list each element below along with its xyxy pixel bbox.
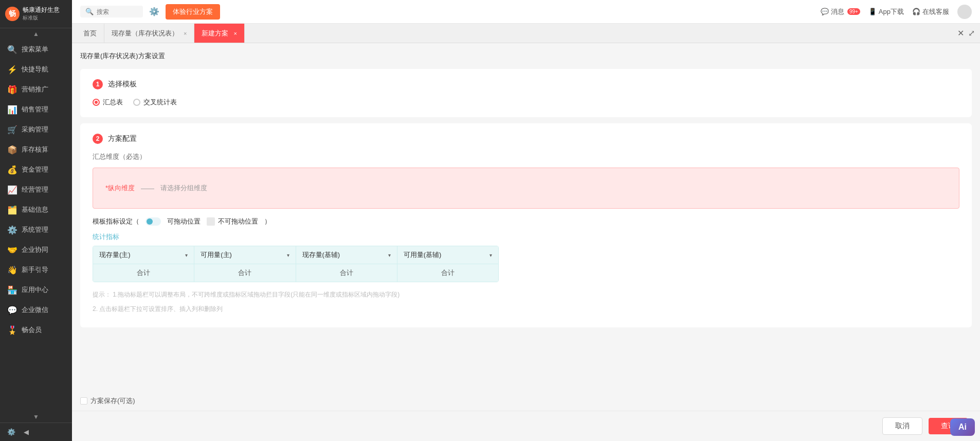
save-checkbox[interactable]: 方案保存(可选) <box>80 396 135 406</box>
sidebar-item-search[interactable]: 🔍 搜索菜单 <box>0 40 72 60</box>
messages-badge: 99+ <box>847 8 860 15</box>
search-input[interactable] <box>97 8 138 15</box>
sidebar-item-appcenter[interactable]: 🏪 应用中心 <box>0 280 72 300</box>
sidebar-item-sales[interactable]: 📊 销售管理 <box>0 100 72 120</box>
sidebar-item-inventory[interactable]: 📦 库存核算 <box>0 140 72 160</box>
indicator-setting-prefix: 模板指标设定（ <box>93 217 139 226</box>
stats-col-header-3[interactable]: 可用量(基辅) ▾ <box>397 246 498 264</box>
tab-inventory[interactable]: 现存量（库存状况表） × <box>104 24 194 43</box>
sidebar-item-basic-info[interactable]: 🗂️ 基础信息 <box>0 200 72 220</box>
online-service-btn[interactable]: 🎧 在线客服 <box>912 7 949 16</box>
settings-icon[interactable]: ⚙️ <box>7 428 15 436</box>
sidebar-logo: 畅 畅康通好生意 标准版 <box>0 0 72 28</box>
stats-col-header-1[interactable]: 可用量(主) ▾ <box>194 246 295 264</box>
stats-label: 统计指标 <box>93 232 959 242</box>
sidebar-item-label: 资金管理 <box>22 165 48 174</box>
content-footer: 方案保存(可选) <box>72 391 980 411</box>
radio-cross[interactable]: 交叉统计表 <box>133 98 177 107</box>
sidebar-item-operations[interactable]: 📈 经营管理 <box>0 180 72 200</box>
col1-chevron-icon: ▾ <box>287 252 289 258</box>
tab-new[interactable]: 新建方案 × <box>194 24 244 43</box>
tips-section: 提示： 1.拖动标题栏可以调整布局，不可跨维度或指标区域拖动拦目字段(只能在同一… <box>93 288 959 315</box>
indicator-nondrag: 不可拖动位置 <box>207 217 258 226</box>
stats-col-header-0[interactable]: 现存量(主) ▾ <box>93 246 194 264</box>
purchase-icon: 🛒 <box>7 125 17 135</box>
messages-label: 消息 <box>831 7 844 16</box>
page-title: 现存量(库存状况表)方案设置 <box>80 51 972 61</box>
new-tab-label: 新建方案 <box>202 29 228 38</box>
sidebar-item-label: 企业协同 <box>22 245 48 254</box>
app-download-btn[interactable]: 📱 App下载 <box>868 7 904 16</box>
stats-col-2: 现存量(基辅) ▾ 合计 <box>296 246 397 282</box>
indicator-nodrag-label: 不可拖动位置 <box>218 217 258 226</box>
sidebar-item-label: 搜索菜单 <box>22 45 48 54</box>
wechat-icon: 💬 <box>7 305 17 315</box>
close-new-tab-icon[interactable]: × <box>233 30 237 36</box>
section-template: 1 选择模板 汇总表 交叉统计表 <box>80 69 972 117</box>
content-wrapper: 现存量(库存状况表)方案设置 1 选择模板 汇总表 交叉统计表 <box>72 43 980 441</box>
expand-icon[interactable]: ⤢ <box>968 28 975 38</box>
stats-col-0: 现存量(主) ▾ 合计 <box>93 246 194 282</box>
industry-btn[interactable]: 体验行业方案 <box>166 4 220 20</box>
main-area: 🔍 ⚙️ 体验行业方案 💬 消息 99+ 📱 App下载 🎧 在线客服 <box>72 0 980 441</box>
dimension-area[interactable]: *纵向维度 —— 请选择分组维度 <box>93 168 959 209</box>
sidebar-item-label: 销售管理 <box>22 105 48 114</box>
sidebar-item-label: 经营管理 <box>22 185 48 194</box>
system-icon: ⚙️ <box>7 225 17 235</box>
save-checkbox-label: 方案保存(可选) <box>90 396 135 406</box>
indicator-toggle[interactable] <box>146 217 161 226</box>
col3-chevron-icon: ▾ <box>489 252 492 258</box>
close-inventory-tab-icon[interactable]: × <box>184 30 187 36</box>
sidebar-footer: ⚙️ ◀ <box>0 422 72 441</box>
stats-col-body-0: 合计 <box>93 264 194 282</box>
phone-icon: 📱 <box>868 8 877 15</box>
sidebar-item-wechat[interactable]: 💬 企业微信 <box>0 300 72 320</box>
sidebar-item-label: 营销推广 <box>22 85 48 94</box>
collab-icon: 🤝 <box>7 245 17 255</box>
radio-summary-label: 汇总表 <box>103 98 123 107</box>
sidebar-item-label: 应用中心 <box>22 285 48 295</box>
sidebar-scroll-down[interactable]: ▼ <box>0 411 72 422</box>
sidebar-item-collab[interactable]: 🤝 企业协同 <box>0 240 72 260</box>
user-avatar[interactable] <box>957 5 972 19</box>
messages-btn[interactable]: 💬 消息 99+ <box>821 7 860 16</box>
search-nav-icon: 🔍 <box>7 45 17 54</box>
sidebar-item-newuser[interactable]: 👋 新手引导 <box>0 260 72 280</box>
basic-info-icon: 🗂️ <box>7 205 17 215</box>
col2-chevron-icon: ▾ <box>388 252 391 258</box>
sidebar-item-system[interactable]: ⚙️ 系统管理 <box>0 220 72 240</box>
sidebar-item-label: 企业微信 <box>22 305 48 315</box>
appcenter-icon: 🏪 <box>7 285 17 295</box>
ai-button[interactable]: Ai <box>950 418 975 436</box>
gear-icon[interactable]: ⚙️ <box>149 7 159 16</box>
sidebar-item-purchase[interactable]: 🛒 采购管理 <box>0 120 72 140</box>
radio-summary[interactable]: 汇总表 <box>93 98 123 107</box>
stats-col-header-2[interactable]: 现存量(基辅) ▾ <box>296 246 397 264</box>
indicator-setting-suffix: ） <box>264 217 271 226</box>
tab-home[interactable]: 首页 <box>76 24 104 43</box>
sidebar-item-label: 畅会员 <box>22 325 42 335</box>
search-icon: 🔍 <box>85 8 94 15</box>
close-panel-icon[interactable]: ✕ <box>957 28 964 38</box>
cancel-button[interactable]: 取消 <box>882 417 922 435</box>
app-name: 畅康通好生意 <box>23 6 60 14</box>
col0-header-label: 现存量(主) <box>99 250 131 260</box>
tab-expand[interactable]: ✕ ⤢ <box>952 28 980 38</box>
topbar-search[interactable]: 🔍 <box>80 6 143 17</box>
sidebar-item-label: 系统管理 <box>22 225 48 234</box>
stats-col-body-2: 合计 <box>296 264 397 282</box>
sidebar-item-label: 新手引导 <box>22 265 48 274</box>
collapse-icon[interactable]: ◀ <box>24 428 29 436</box>
tabbar: 首页 现存量（库存状况表） × 新建方案 × ✕ ⤢ <box>72 24 980 43</box>
sidebar-item-label: 采购管理 <box>22 125 48 134</box>
sidebar-item-marketing[interactable]: 🎁 营销推广 <box>0 80 72 100</box>
sidebar-item-label: 快捷导航 <box>22 65 48 74</box>
sidebar-item-quicknav[interactable]: ⚡ 快捷导航 <box>0 60 72 80</box>
sales-icon: 📊 <box>7 105 17 115</box>
sidebar-item-finance[interactable]: 💰 资金管理 <box>0 160 72 180</box>
stats-col-1: 可用量(主) ▾ 合计 <box>194 246 296 282</box>
section-config: 2 方案配置 汇总维度（必选） *纵向维度 —— 请选择分组维度 模板指标设定（… <box>80 123 972 327</box>
sidebar-scroll-up[interactable]: ▲ <box>0 28 72 40</box>
sidebar-item-member[interactable]: 🎖️ 畅会员 <box>0 320 72 340</box>
bottom-bar: 取消 查询 <box>72 411 980 441</box>
